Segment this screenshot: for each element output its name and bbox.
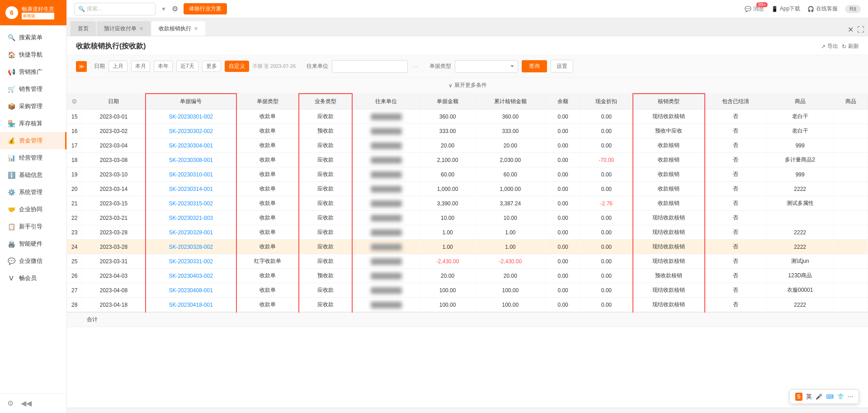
sidebar-item-新手引导[interactable]: 📋新手引导 <box>0 218 66 235</box>
column-settings-icon[interactable]: ⚙ <box>71 98 77 105</box>
topbar-gear-icon[interactable]: ⚙ <box>172 5 178 13</box>
tab-close-all-icon[interactable]: ✕ <box>848 25 854 34</box>
cell-verified: 3,387.24 <box>475 196 546 211</box>
cell-doc-no: SK-20230328-001 <box>146 225 236 240</box>
cell-balance: 0.00 <box>546 138 580 153</box>
online-service-area[interactable]: 🎧 在线客服 <box>807 5 838 13</box>
cell-goods2 <box>834 298 868 313</box>
sidebar-item-企业微信[interactable]: 💬企业微信 <box>0 252 66 270</box>
doc-no-link[interactable]: SK-20230302-002 <box>169 128 212 134</box>
cell-goods2 <box>834 211 868 225</box>
tab-verify[interactable]: 收款核销执行 ✕ <box>151 21 205 36</box>
cell-goods2 <box>834 153 868 167</box>
app-download-area[interactable]: 📱 App下载 <box>771 5 800 13</box>
date-this-month-btn[interactable]: 本月 <box>131 61 150 72</box>
refresh-button[interactable]: ↻ 刷新 <box>842 43 859 50</box>
sidebar-item-快捷导航[interactable]: 🏠快捷导航 <box>0 46 66 63</box>
cell-included: 否 <box>705 124 767 138</box>
doc-no-link[interactable]: SK-20230408-001 <box>169 287 212 294</box>
filter-toggle-button[interactable]: ≫ <box>76 61 87 72</box>
topbar-right: 💬 消息 99+ 📱 App下载 🎧 在线客服 Rit <box>745 5 861 13</box>
sidebar-item-基础信息[interactable]: ℹ️基础信息 <box>0 166 66 184</box>
date-7days-btn[interactable]: 近7天 <box>176 61 198 72</box>
partner-filter-input[interactable] <box>332 60 408 73</box>
date-custom-btn[interactable]: 自定义 <box>225 61 249 72</box>
sidebar-item-采购管理[interactable]: 📦采购管理 <box>0 98 66 115</box>
solution-button[interactable]: 体验行业方案 <box>184 3 227 14</box>
sidebar-item-label: 搜索菜单 <box>19 33 42 42</box>
settings-icon[interactable]: ⚙ <box>7 399 14 408</box>
col-biz-type: 业务类型 <box>299 94 352 109</box>
cell-date: 2023-04-18 <box>82 298 146 313</box>
doc-no-link[interactable]: SK-20230308-001 <box>169 157 212 163</box>
doc-no-link[interactable]: SK-20230321-003 <box>169 215 212 221</box>
main-table: ⚙ 日期 单据编号 单据类型 业务类型 往来单位 单据金额 累计核销金额 余额 … <box>67 93 868 327</box>
sidebar-item-系统管理[interactable]: ⚙️系统管理 <box>0 184 66 201</box>
doc-no-link[interactable]: SK-20230418-001 <box>169 302 212 308</box>
doc-no-link[interactable]: SK-20230314-001 <box>169 186 212 192</box>
cell-doc-no: SK-20230301-002 <box>146 109 236 124</box>
query-button[interactable]: 查询 <box>522 60 547 72</box>
cell-doc-no: SK-20230308-001 <box>146 153 236 167</box>
user-avatar[interactable]: Rit <box>845 5 861 13</box>
sidebar-item-智能硬件[interactable]: 🖨️智能硬件 <box>0 235 66 252</box>
filter-settings-button[interactable]: 设置 <box>551 60 573 73</box>
ime-lang-label[interactable]: 英 <box>806 393 812 401</box>
global-search[interactable]: 🔍 搜索... <box>74 3 156 15</box>
ime-keyboard-icon[interactable]: ⌨ <box>826 394 834 400</box>
sidebar-item-营销推广[interactable]: 📢营销推广 <box>0 63 66 81</box>
ime-shirt-icon[interactable]: 👕 <box>837 394 844 400</box>
cell-verify-type: 现结收款核销 <box>633 211 704 225</box>
doc-no-link[interactable]: SK-20230328-001 <box>169 229 212 236</box>
doc-no-link[interactable]: SK-20230304-001 <box>169 142 212 149</box>
sidebar-item-销售管理[interactable]: 🛒销售管理 <box>0 81 66 98</box>
doc-no-link[interactable]: SK-20230301-002 <box>169 114 212 120</box>
date-more-btn[interactable]: 更多 <box>202 61 221 72</box>
sidebar-item-畅会员[interactable]: V畅会员 <box>0 270 66 287</box>
ime-mic-icon[interactable]: 🎤 <box>816 394 822 400</box>
table-row: 27 2023-04-08 SK-20230408-001 收款单 应收款 ██… <box>67 283 868 298</box>
doc-type-select[interactable] <box>455 60 518 73</box>
doc-no-link[interactable]: SK-20230315-002 <box>169 200 212 207</box>
date-prev-month-btn[interactable]: 上月 <box>108 61 127 72</box>
table-scrollbar-area[interactable] <box>67 408 868 413</box>
tab-expand-icon[interactable]: ⛶ <box>857 26 864 34</box>
doc-no-link[interactable]: SK-20230328-002 <box>169 244 212 250</box>
sidebar-item-经营管理[interactable]: 📊经营管理 <box>0 149 66 166</box>
sidebar-item-资金管理[interactable]: 💰资金管理 <box>0 132 66 149</box>
sidebar-icon: 🛒 <box>7 85 15 93</box>
col-verify-type: 核销类型 <box>633 94 704 109</box>
refresh-label: 刷新 <box>848 43 859 50</box>
doc-no-link[interactable]: SK-20230310-001 <box>169 171 212 178</box>
cell-partner: ████████ <box>352 269 420 283</box>
ime-more-icon[interactable]: ⋯ <box>848 394 853 400</box>
partner-value: ████████ <box>371 142 401 149</box>
partner-value: ████████ <box>371 258 401 265</box>
export-button[interactable]: ↗ 导出 <box>821 43 838 50</box>
sidebar-item-库存核算[interactable]: 🏪库存核算 <box>0 115 66 132</box>
doc-no-link[interactable]: SK-20230331-002 <box>169 258 212 265</box>
cell-verify-type: 收款核销 <box>633 167 704 182</box>
table-row: 21 2023-03-15 SK-20230315-002 收款单 应收款 ██… <box>67 196 868 211</box>
tab-home[interactable]: 首页 <box>71 21 96 36</box>
messages-icon-area[interactable]: 💬 消息 99+ <box>745 5 764 13</box>
tab-verify-close-icon[interactable]: ✕ <box>194 26 198 32</box>
date-this-year-btn[interactable]: 本年 <box>154 61 173 72</box>
partner-filter-dots[interactable]: ··· <box>411 63 419 70</box>
cell-amount: 20.00 <box>420 269 475 283</box>
expand-more-button[interactable]: ∨ 展开更多条件 <box>445 80 491 91</box>
cell-verify-type: 收款核销 <box>633 196 704 211</box>
cell-goods1: 2222 <box>767 298 834 313</box>
headset-icon: 🎧 <box>807 6 814 12</box>
cell-seq: 23 <box>67 225 82 240</box>
sidebar-item-搜索菜单[interactable]: 🔍搜索菜单 <box>0 29 66 46</box>
cell-date: 2023-03-21 <box>82 211 146 225</box>
sidebar-item-企业协同[interactable]: 🤝企业协同 <box>0 201 66 218</box>
cell-doc-type: 收款单 <box>236 240 299 254</box>
tab-prepay-close-icon[interactable]: ✕ <box>139 26 143 32</box>
doc-no-link[interactable]: SK-20230403-002 <box>169 273 212 279</box>
cell-balance: 0.00 <box>546 196 580 211</box>
tab-prepay[interactable]: 预计应收付单 ✕ <box>97 21 151 36</box>
app-download-label: App下载 <box>780 5 800 13</box>
collapse-icon[interactable]: ◀◀ <box>21 399 32 408</box>
